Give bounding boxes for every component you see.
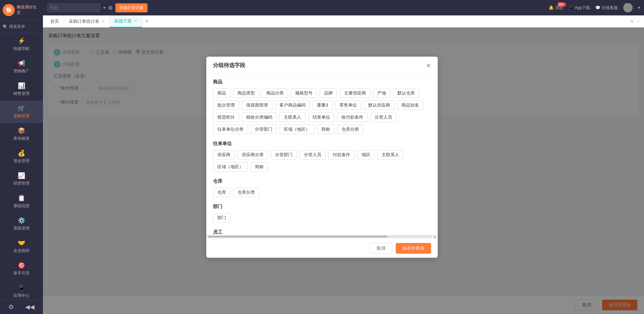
field-tag[interactable]: 品牌 [320,88,337,98]
sidebar-search[interactable]: 🔍 搜索菜单 [0,20,43,33]
field-tag[interactable]: 往来单位分类 [213,125,248,134]
sidebar: 畅 畅捷通好生意 🔍 搜索菜单 ⚡ 快捷导航 📢 营销推广 📊 销售管理 🛒 采… [0,0,43,314]
sidebar-item-newbie[interactable]: 🎯 新手引导 [0,258,43,280]
field-tag[interactable]: 部门 [213,213,230,223]
field-tag[interactable]: 批次管理 [213,101,239,110]
marketing-icon: 📢 [18,60,25,67]
field-tag[interactable]: 商品别名 [397,101,423,110]
system-icon: ⚙️ [18,217,25,224]
sidebar-item-label: 企业协同 [13,248,30,254]
field-tag[interactable]: 仓库分类 [337,125,363,134]
online-service-item[interactable]: 💬 在线客服 [595,5,618,11]
sidebar-item-label: 新手引导 [13,270,30,276]
service-icon: 💬 [595,5,600,10]
sidebar-item-finance[interactable]: 💰 资金管理 [0,145,43,168]
field-tag[interactable]: 简称 [317,125,334,134]
dialog-close-btn[interactable]: ✕ [426,62,431,69]
sidebar-item-label: 快捷导航 [13,46,30,52]
tab-home-label: 首页 [50,18,59,24]
contact-field-list: 供应商 供应商分类 分管部门 分管人员 付款条件 地区 主联系人 区域（地区） … [213,150,431,172]
sidebar-item-quick-nav[interactable]: ⚡ 快捷导航 [0,33,43,56]
sales-icon: 📊 [18,82,25,89]
dialog-confirm-btn[interactable]: 保存并查询 [396,243,431,254]
header-search-input[interactable] [47,3,101,12]
field-tag[interactable]: 分管人员 [300,150,326,160]
section-goods: 商品 商品 商品类型 商品分类 规格型号 品牌 主要供应商 产地 默认仓库 批次… [213,79,431,134]
section-employee: 员工 业务员 [213,229,431,235]
field-tag[interactable]: 付款条件 [328,150,355,160]
field-tag[interactable]: 分管部门 [251,125,277,134]
download-icon: 📱 [569,5,574,10]
field-tag[interactable]: 零售单位 [335,101,361,110]
field-tag[interactable]: 收付款条件 [337,113,368,122]
field-tag[interactable]: 简称 [251,162,268,172]
tab-purchase-stats[interactable]: 采购订单统计表 ✕ [64,15,110,27]
sidebar-item-purchase[interactable]: 🛒 采购管理 [0,101,43,123]
field-tag[interactable]: 重量3 [313,101,332,110]
tab-purchase-stats-close[interactable]: ✕ [102,19,105,23]
field-tag[interactable]: 区域（地区） [279,125,314,134]
tab-add-btn[interactable]: + [142,18,151,25]
sidebar-item-marketing[interactable]: 📢 营销推广 [0,56,43,78]
section-dept-title: 部门 [213,204,431,210]
section-dept: 部门 部门 [213,204,431,223]
section-contact: 往来单位 供应商 供应商分类 分管部门 分管人员 付款条件 地区 主联系人 区域… [213,141,431,172]
field-tag[interactable]: 地区 [357,150,375,160]
field-tag[interactable]: 主联系人 [279,113,306,122]
field-tag[interactable]: 商品类型 [233,88,259,98]
field-tag[interactable]: 税收分类编码 [242,113,277,122]
field-tag[interactable]: 主联系人 [377,150,404,160]
sidebar-item-operations[interactable]: 📈 经营管理 [0,168,43,190]
tab-new-plan[interactable]: 新建方案 ✕ [110,15,142,27]
app-download-label: App下载 [575,5,590,11]
field-tag[interactable]: 供应商分类 [237,150,268,160]
field-tag[interactable]: 产地 [373,88,390,98]
sidebar-item-sales[interactable]: 📊 销售管理 [0,78,43,101]
field-tag[interactable]: 保质期管理 [242,101,272,110]
field-select-dialog: 分组待选字段 ✕ 商品 商品 商品类型 商品分类 规格型号 品牌 主要供应商 产… [206,57,438,258]
field-tag[interactable]: 默认供应商 [364,101,394,110]
field-tag[interactable]: 仓库分类 [233,188,259,197]
tab-home[interactable]: 首页 [46,15,64,27]
field-tag[interactable]: 规格型号 [291,88,317,98]
user-avatar[interactable] [623,3,633,12]
field-tag[interactable]: 商品 [213,88,230,98]
sidebar-item-label: 基础信息 [13,203,30,209]
field-tag[interactable]: 分管人员 [370,113,396,122]
field-tag[interactable]: 分管部门 [271,150,297,160]
field-tag[interactable]: 区域（地区） [213,162,248,172]
header-settings-icon[interactable]: ⚙ [108,5,113,11]
app-download-item[interactable]: 📱 App下载 [569,5,590,11]
purchase-icon: 🛒 [18,105,25,112]
sidebar-item-apps[interactable]: 📱 应用中心 [0,280,43,300]
sidebar-item-inventory[interactable]: 📦 库存核算 [0,123,43,145]
sidebar-item-basics[interactable]: 📋 基础信息 [0,190,43,213]
dialog-title: 分组待选字段 [213,62,245,69]
header-dropdown-icon[interactable]: ▾ [103,5,105,10]
tabbar-more-icon[interactable]: ⋯ [637,19,641,24]
tab-new-plan-close[interactable]: ✕ [135,19,137,23]
field-tag[interactable]: 商品分类 [262,88,288,98]
notification-item[interactable]: 🔔 消息 99+ [549,5,563,11]
sidebar-item-system[interactable]: ⚙️ 系统管理 [0,213,43,235]
sidebar-item-label: 经营管理 [13,181,30,186]
volume-bottom-icon[interactable]: ◀◀ [25,303,35,311]
sidebar-item-corp[interactable]: 🤝 企业协同 [0,235,43,258]
tabbar-close-icon[interactable]: ✕ [630,19,634,24]
field-tag[interactable]: 拣货积分 [213,113,239,122]
header-more-icon[interactable]: ▾ [638,5,640,10]
field-tag[interactable]: 默认仓库 [393,88,419,98]
dialog-hscroll[interactable]: ▶ [206,235,438,239]
field-tag[interactable]: 供应商 [213,150,235,160]
section-contact-title: 往来单位 [213,141,431,147]
settings-bottom-icon[interactable]: ⚙ [8,303,14,311]
sidebar-item-label: 应用中心 [13,293,30,299]
operations-icon: 📈 [18,172,25,179]
dialog-cancel-btn[interactable]: 取消 [370,243,392,254]
field-tag[interactable]: 主要供应商 [340,88,370,98]
field-tag[interactable]: 仓库 [213,188,230,197]
apps-icon: 📱 [18,284,25,292]
trial-btn[interactable]: 体验行业方案 [115,3,148,12]
field-tag[interactable]: 客户商品编码 [275,101,310,110]
field-tag[interactable]: 结算单位 [308,113,334,122]
